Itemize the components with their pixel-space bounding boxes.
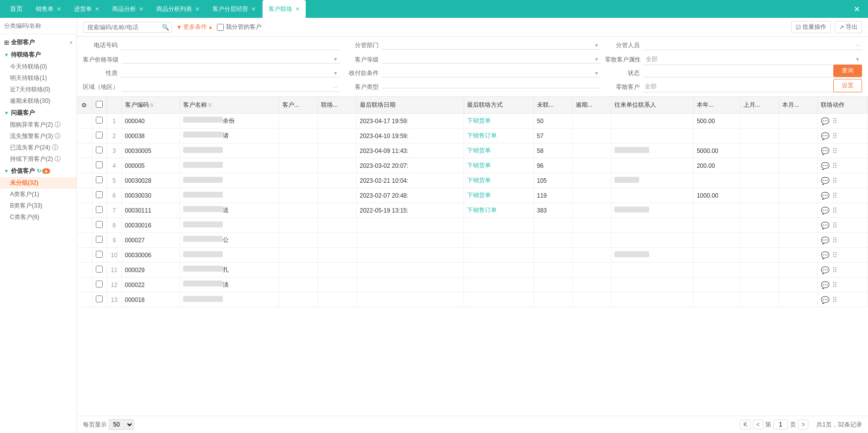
first-page-button[interactable]: K: [740, 420, 751, 430]
more-icon[interactable]: ⠿: [832, 236, 837, 244]
th-last-month[interactable]: 上月...: [740, 97, 779, 114]
row-checkbox[interactable]: [96, 132, 103, 139]
th-last-contact-method[interactable]: 最后联络方式: [464, 97, 534, 114]
next-page-button[interactable]: >: [798, 420, 808, 430]
th-checkbox[interactable]: [92, 97, 107, 114]
td-checkbox[interactable]: [92, 129, 107, 144]
close-tab-icon[interactable]: ✕: [251, 6, 256, 12]
customer-type-select[interactable]: [382, 86, 601, 88]
td-checkbox[interactable]: [92, 158, 107, 173]
close-tab-icon[interactable]: ✕: [195, 6, 200, 12]
page-number-input[interactable]: [773, 420, 788, 430]
sidebar-all-customers[interactable]: ⊞ 全部客户 «: [0, 36, 76, 49]
td-checkbox[interactable]: [92, 263, 107, 278]
message-icon[interactable]: 💬: [821, 296, 829, 304]
nav-tab-sales[interactable]: 销售单 ✕: [30, 0, 67, 18]
th-this-year[interactable]: 本年...: [693, 97, 740, 114]
message-icon[interactable]: 💬: [821, 192, 829, 200]
filter-search-input[interactable]: [87, 24, 162, 31]
message-icon[interactable]: 💬: [821, 281, 829, 289]
row-checkbox[interactable]: [96, 146, 103, 153]
close-tab-icon[interactable]: ✕: [95, 6, 99, 12]
contact-method-link[interactable]: 下销售订单: [467, 207, 497, 214]
row-checkbox[interactable]: [96, 206, 103, 213]
td-checkbox[interactable]: [92, 188, 107, 203]
th-contact[interactable]: 联络...: [318, 97, 356, 114]
more-icon[interactable]: ⠿: [832, 162, 837, 170]
sidebar-group-pending[interactable]: ▼ 待联络客户: [0, 49, 76, 61]
nature-select[interactable]: ▼: [121, 70, 340, 77]
th-last-contact-date[interactable]: 最后联络日期: [356, 97, 464, 114]
payment-select[interactable]: ▼: [382, 70, 601, 77]
my-customers-check-input[interactable]: [217, 24, 224, 31]
sidebar-item-overdue[interactable]: 逾期未联络(30): [0, 95, 76, 107]
td-checkbox[interactable]: [92, 278, 107, 292]
manager-select[interactable]: ···: [643, 41, 862, 50]
window-close-button[interactable]: ✕: [850, 4, 864, 14]
sidebar-item-tomorrow[interactable]: 明天待联络(1): [0, 72, 76, 84]
message-icon[interactable]: 💬: [821, 147, 829, 155]
close-tab-active-icon[interactable]: ✕: [295, 6, 300, 12]
retail-customer-select[interactable]: 全部 ▼: [643, 81, 862, 92]
row-checkbox[interactable]: [96, 221, 103, 228]
td-checkbox[interactable]: [92, 173, 107, 188]
more-icon[interactable]: ⠿: [832, 266, 837, 274]
th-name[interactable]: 客户名称⇅: [180, 97, 279, 114]
more-icon[interactable]: ⠿: [832, 117, 837, 125]
more-icon[interactable]: ⠿: [832, 207, 837, 215]
sidebar-item-churned[interactable]: 已流失客户(24) ⓘ: [0, 142, 76, 153]
sidebar-item-declining[interactable]: 持续下滑客户(2) ⓘ: [0, 153, 76, 165]
row-checkbox[interactable]: [96, 295, 103, 302]
th-no-contact[interactable]: 未联...: [534, 97, 572, 114]
retail-attr-select[interactable]: 全部 ▼: [644, 54, 862, 65]
nav-tab-analysis-list[interactable]: 商品分析列表 ✕: [150, 0, 205, 18]
message-icon[interactable]: 💬: [821, 132, 829, 140]
query-button[interactable]: 查询: [833, 65, 862, 77]
sidebar-item-class-c[interactable]: C类客户(6): [0, 212, 76, 223]
message-icon[interactable]: 💬: [821, 162, 829, 170]
contact-method-link[interactable]: 下销售订单: [467, 132, 497, 139]
dept-select[interactable]: ▼: [382, 42, 601, 50]
message-icon[interactable]: 💬: [821, 221, 829, 229]
sidebar-item-churn-warning[interactable]: 流失预警客户(3) ⓘ: [0, 131, 76, 142]
td-checkbox[interactable]: [92, 203, 107, 218]
export-button[interactable]: ↗ 导出: [835, 21, 862, 33]
contact-method-link[interactable]: 下销货单: [467, 192, 491, 199]
sidebar-search-input[interactable]: [4, 22, 77, 29]
collapse-arrow-icon[interactable]: «: [69, 40, 72, 45]
td-checkbox[interactable]: [92, 248, 107, 263]
row-checkbox[interactable]: [96, 191, 103, 198]
row-checkbox[interactable]: [96, 117, 103, 124]
filter-more-conditions[interactable]: ▼ 更多条件 ▲: [176, 23, 213, 31]
price-level-select[interactable]: ▼: [122, 56, 340, 64]
td-checkbox[interactable]: [92, 218, 107, 233]
region-select[interactable]: ···: [122, 82, 340, 92]
td-checkbox[interactable]: [92, 114, 107, 129]
more-icon[interactable]: ⠿: [832, 177, 837, 185]
th-type[interactable]: 客户...: [279, 97, 318, 114]
contact-method-link[interactable]: 下销货单: [467, 147, 491, 154]
message-icon[interactable]: 💬: [821, 117, 829, 125]
contact-method-link[interactable]: 下销货单: [467, 117, 491, 124]
th-unit-contact[interactable]: 往来单位联系人: [611, 97, 693, 114]
th-overdue[interactable]: 逾期...: [572, 97, 611, 114]
row-checkbox[interactable]: [96, 281, 103, 288]
nav-tab-customer-contact[interactable]: 客户联络 ✕: [263, 0, 306, 18]
message-icon[interactable]: 💬: [821, 177, 829, 185]
select-all-checkbox[interactable]: [96, 101, 103, 108]
sidebar-group-problem[interactable]: ▼ 问题客户: [0, 107, 76, 119]
contact-method-link[interactable]: 下销货单: [467, 177, 491, 184]
row-checkbox[interactable]: [96, 176, 103, 183]
row-checkbox[interactable]: [96, 251, 103, 258]
batch-operations-button[interactable]: ☑ 批量操作: [791, 21, 831, 33]
th-this-month[interactable]: 本月...: [779, 97, 817, 114]
message-icon[interactable]: 💬: [821, 236, 829, 244]
sidebar-item-class-b[interactable]: B类客户(33): [0, 200, 76, 212]
sidebar-item-ungraded[interactable]: 未分组(32): [0, 177, 76, 189]
filter-search-box[interactable]: 🔍: [83, 22, 172, 33]
nav-home[interactable]: 首页: [4, 0, 29, 18]
more-icon[interactable]: ⠿: [832, 147, 837, 155]
nav-tab-customer-mgmt[interactable]: 客户分层经营 ✕: [206, 0, 262, 18]
td-checkbox[interactable]: [92, 292, 107, 307]
prev-page-button[interactable]: <: [753, 420, 763, 430]
